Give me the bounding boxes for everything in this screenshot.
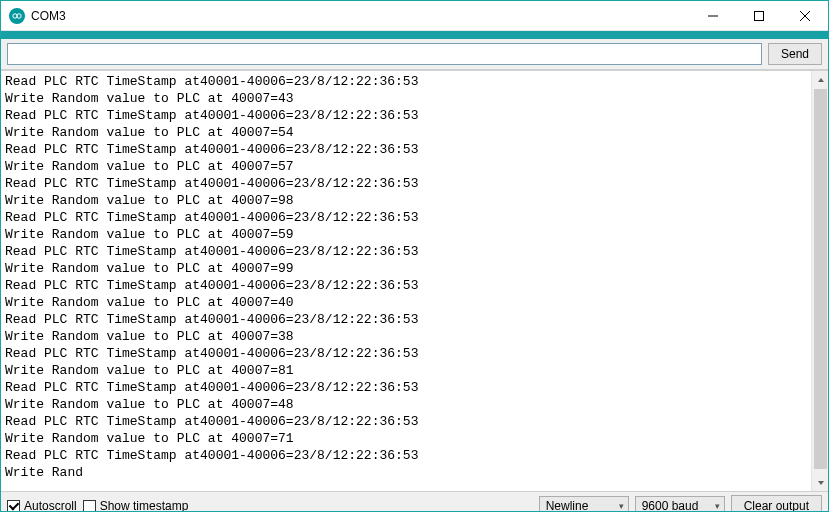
accent-strip: [1, 31, 828, 39]
svg-rect-3: [755, 11, 764, 20]
svg-marker-6: [818, 78, 824, 82]
autoscroll-checkbox[interactable]: Autoscroll: [7, 499, 77, 512]
chevron-down-icon: ▾: [619, 501, 624, 511]
baud-value: 9600 baud: [642, 499, 699, 512]
maximize-button[interactable]: [736, 1, 782, 31]
close-button[interactable]: [782, 1, 828, 31]
scroll-thumb[interactable]: [814, 89, 827, 469]
scroll-down-icon[interactable]: [812, 474, 829, 491]
minimize-button[interactable]: [690, 1, 736, 31]
arduino-icon: [9, 8, 25, 24]
line-ending-dropdown[interactable]: Newline ▾: [539, 496, 629, 513]
show-timestamp-label: Show timestamp: [100, 499, 189, 512]
scrollbar[interactable]: [811, 71, 828, 491]
console-area: Read PLC RTC TimeStamp at40001-40006=23/…: [1, 70, 828, 492]
chevron-down-icon: ▾: [715, 501, 720, 511]
title-bar: COM3: [1, 1, 828, 31]
svg-marker-7: [818, 481, 824, 485]
clear-output-button[interactable]: Clear output: [731, 495, 822, 512]
checkbox-icon: [83, 500, 96, 513]
checkbox-icon: [7, 500, 20, 513]
console-output[interactable]: Read PLC RTC TimeStamp at40001-40006=23/…: [1, 71, 811, 491]
send-row: Send: [1, 39, 828, 70]
autoscroll-label: Autoscroll: [24, 499, 77, 512]
scroll-up-icon[interactable]: [812, 71, 829, 88]
send-button[interactable]: Send: [768, 43, 822, 65]
line-ending-value: Newline: [546, 499, 589, 512]
send-input[interactable]: [7, 43, 762, 65]
footer-bar: Autoscroll Show timestamp Newline ▾ 9600…: [1, 492, 828, 512]
show-timestamp-checkbox[interactable]: Show timestamp: [83, 499, 189, 512]
baud-dropdown[interactable]: 9600 baud ▾: [635, 496, 725, 513]
window-title: COM3: [31, 9, 66, 23]
